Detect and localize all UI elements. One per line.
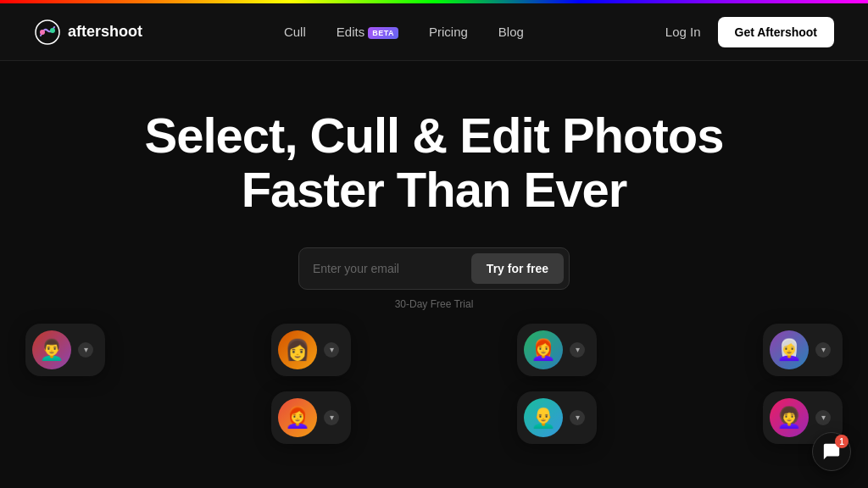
try-free-button[interactable]: Try for free (471, 253, 564, 284)
hero-section: Select, Cull & Edit Photos Faster Than E… (0, 61, 868, 451)
avatar-chevron[interactable]: ▾ (570, 410, 585, 425)
avatar-chevron[interactable]: ▾ (815, 410, 831, 425)
email-input[interactable] (313, 262, 465, 275)
nav-pricing[interactable]: Pricing (429, 25, 468, 39)
svg-point-1 (40, 30, 45, 35)
hero-title: Select, Cull & Edit Photos Faster Than E… (145, 108, 724, 217)
logo-icon (34, 19, 61, 46)
chat-button[interactable]: 1 (812, 432, 851, 471)
notification-badge: 1 (835, 435, 849, 448)
avatar-chevron[interactable]: ▾ (570, 342, 585, 358)
avatar-chevron[interactable]: ▾ (324, 410, 339, 425)
svg-point-2 (50, 28, 55, 33)
logo[interactable]: aftershoot (34, 19, 142, 46)
nav-blog[interactable]: Blog (498, 25, 524, 39)
avatar-image: 👨‍🦱 (32, 330, 71, 369)
nav-actions: Log In Get Aftershoot (665, 17, 834, 47)
avatar-card: 👨‍🦱 ▾ (25, 324, 105, 376)
avatar-image: 👩‍🦱 (770, 398, 809, 437)
nav-links: Cull EditsBETA Pricing Blog (284, 25, 524, 39)
avatar-card: 👩 ▾ (271, 324, 351, 376)
beta-badge: BETA (368, 27, 398, 39)
avatar-image: 👩‍🦳 (770, 330, 809, 369)
avatar-image: 👩 (278, 330, 317, 369)
avatar-image: 👨‍🦲 (524, 398, 563, 437)
svg-point-0 (36, 20, 59, 44)
avatar-card: 👩‍🦳 ▾ (763, 324, 843, 376)
avatar-image: 👩‍🦰 (524, 330, 563, 369)
avatar-card: 👨‍🦲 ▾ (517, 391, 597, 444)
email-form: Try for free (298, 247, 570, 290)
trial-note: 30-Day Free Trial (395, 298, 474, 310)
avatar-chevron[interactable]: ▾ (78, 342, 93, 358)
nav-edits[interactable]: EditsBETA (337, 25, 398, 39)
avatar-card: 👩‍🦰 ▾ (517, 324, 597, 376)
get-aftershoot-button[interactable]: Get Aftershoot (718, 17, 834, 47)
avatars-row: 👨‍🦱 ▾ 👩 ▾ 👩‍🦰 ▾ (0, 324, 868, 444)
navbar: aftershoot Cull EditsBETA Pricing Blog L… (0, 3, 868, 61)
logo-text: aftershoot (68, 23, 142, 41)
avatar-image: 👩‍🦰 (278, 398, 317, 437)
avatar-card: 👩‍🦰 ▾ (271, 391, 351, 444)
avatar-chevron[interactable]: ▾ (324, 342, 339, 358)
nav-cull[interactable]: Cull (284, 25, 306, 39)
login-button[interactable]: Log In (665, 25, 701, 39)
avatar-chevron[interactable]: ▾ (815, 342, 831, 358)
